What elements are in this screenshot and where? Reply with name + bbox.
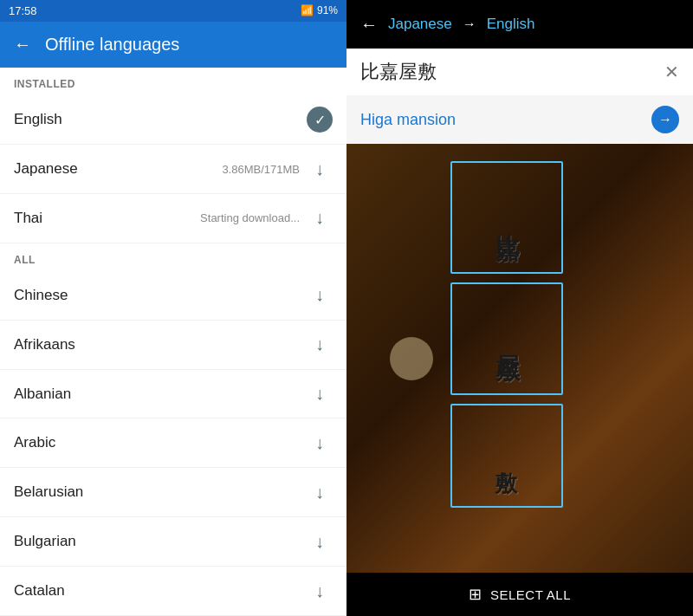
direction-arrow-icon: → <box>463 16 476 32</box>
download-icon-albanian[interactable] <box>307 381 333 407</box>
language-name-catalan: Catalan <box>14 582 65 600</box>
camera-view: 比嘉 屋敷 敷 <box>346 144 693 573</box>
language-right-japanese: 3.86MB/171MB <box>222 156 333 182</box>
back-button[interactable]: ← <box>14 35 31 55</box>
kanji-box-bottom: 敷 <box>450 404 563 508</box>
language-right-english <box>307 107 333 133</box>
download-icon-thai[interactable] <box>307 205 333 231</box>
right-back-button[interactable]: ← <box>360 15 378 35</box>
kanji-box-middle: 屋敷 <box>450 282 563 395</box>
download-icon-japanese[interactable] <box>307 156 333 182</box>
language-name-belarusian: Belarusian <box>14 483 83 501</box>
language-item-afrikaans: Afrikaans <box>0 321 346 370</box>
language-name-chinese: Chinese <box>14 287 68 304</box>
target-language-label[interactable]: English <box>487 16 535 33</box>
language-item-bulgarian: Bulgarian <box>0 517 346 567</box>
language-name-arabic: Arabic <box>14 434 55 451</box>
translated-text-display: Higa mansion <box>360 111 456 129</box>
right-toolbar: ← Japanese → English <box>346 0 693 49</box>
download-icon-bulgarian[interactable] <box>307 528 333 554</box>
battery-display: 91% <box>317 4 338 16</box>
kanji-text-top: 比嘉 <box>490 214 523 221</box>
language-name-albanian: Albanian <box>14 386 71 403</box>
close-button[interactable]: ✕ <box>664 62 679 82</box>
download-icon-catalan[interactable] <box>307 578 333 604</box>
go-button[interactable]: → <box>651 106 679 133</box>
translation-result-card: Higa mansion → <box>346 95 693 144</box>
download-icon-belarusian[interactable] <box>307 479 333 505</box>
bottom-bar: ⊞ SELECT ALL <box>346 573 693 616</box>
language-item-catalan: Catalan <box>0 567 346 616</box>
language-item-belarusian: Belarusian <box>0 468 346 517</box>
kanji-text-middle: 屋敷 <box>490 335 523 342</box>
language-item-japanese: Japanese 3.86MB/171MB <box>0 145 346 194</box>
status-bar: 17:58 📶 91% <box>0 0 346 22</box>
download-progress-thai: Starting download... <box>200 211 300 224</box>
select-all-icon: ⊞ <box>469 585 482 604</box>
download-done-icon <box>307 107 333 133</box>
download-icon-chinese[interactable] <box>307 282 333 308</box>
toolbar-title: Offline languages <box>45 35 179 55</box>
status-icons: 📶 91% <box>301 4 338 16</box>
language-item-albanian: Albanian <box>0 370 346 419</box>
language-item-chinese: Chinese <box>0 271 346 321</box>
all-section-header: ALL <box>0 243 346 271</box>
download-size-japanese: 3.86MB/171MB <box>222 163 300 176</box>
language-name-afrikaans: Afrikaans <box>14 336 75 353</box>
wifi-icon: 📶 <box>301 4 314 16</box>
download-icon-afrikaans[interactable] <box>307 332 333 358</box>
language-item-arabic: Arabic <box>0 418 346 468</box>
language-name-english: English <box>14 111 62 128</box>
time-display: 17:58 <box>9 4 37 17</box>
installed-section-header: INSTALLED <box>0 68 346 95</box>
download-icon-arabic[interactable] <box>307 430 333 456</box>
left-panel: 17:58 📶 91% ← Offline languages INSTALLE… <box>0 0 346 616</box>
source-language-label[interactable]: Japanese <box>388 16 452 33</box>
arrow-icon: → <box>658 112 672 127</box>
language-name-thai: Thai <box>14 210 42 227</box>
language-name-bulgarian: Bulgarian <box>14 533 76 550</box>
camera-blob <box>390 337 433 380</box>
select-all-button[interactable]: SELECT ALL <box>490 587 571 602</box>
right-panel: ← Japanese → English 比嘉屋敷 ✕ Higa mansion… <box>346 0 693 616</box>
app-toolbar: ← Offline languages <box>0 22 346 68</box>
kanji-box-top: 比嘉 <box>450 161 563 274</box>
language-name-japanese: Japanese <box>14 160 78 178</box>
language-item-english: English <box>0 95 346 145</box>
language-right-thai: Starting download... <box>200 205 333 231</box>
kanji-text-bottom: 敷 <box>492 454 522 457</box>
language-item-thai: Thai Starting download... <box>0 194 346 243</box>
source-text-card: 比嘉屋敷 ✕ <box>346 49 693 95</box>
source-text-display: 比嘉屋敷 <box>360 59 437 85</box>
